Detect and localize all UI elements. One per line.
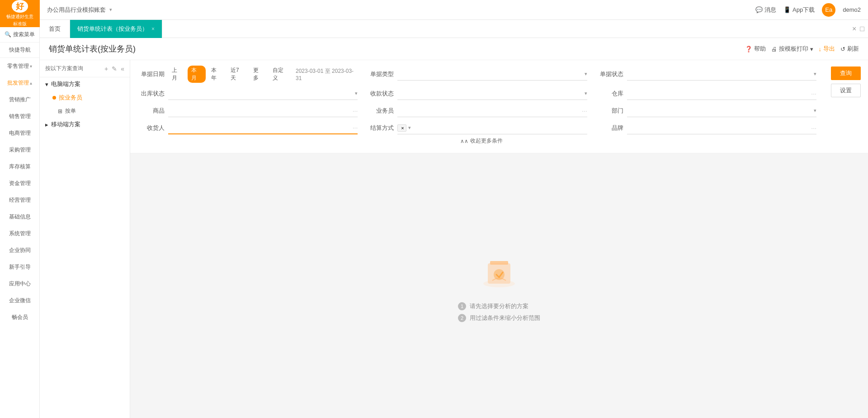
settlement-control[interactable]: × ▾ [397, 122, 587, 134]
status-control[interactable]: ▾ [627, 68, 816, 81]
message-icon: 💬 [755, 6, 763, 13]
help-label: 帮助 [754, 45, 766, 53]
add-scheme-icon[interactable]: + [104, 65, 108, 72]
app-download-label: App下载 [793, 6, 815, 14]
type-label: 单据类型 [367, 70, 394, 78]
tab-maximize-icon[interactable]: □ [860, 25, 864, 33]
help-button[interactable]: ❓ 帮助 [745, 45, 766, 53]
receiver-control[interactable]: ··· [168, 122, 358, 134]
sidebar-item-purchase[interactable]: 采购管理 [0, 142, 39, 158]
sidebar-item-wechat[interactable]: 企业微信 [0, 292, 39, 309]
sidebar-item-sales[interactable]: 销售管理 [0, 108, 39, 125]
export-button[interactable]: ↓ 导出 [819, 45, 835, 53]
sidebar-item-basic[interactable]: 基础信息 [0, 209, 39, 225]
status-label: 单据状态 [596, 70, 623, 78]
filter-status-cell: 单据状态 ▾ [596, 66, 826, 83]
date-btn-this-year[interactable]: 本年 [208, 66, 225, 83]
tabs-actions: × □ [852, 25, 868, 33]
date-btn-last-month[interactable]: 上月 [168, 66, 186, 83]
tree-desktop-label: 电脑端方案 [51, 80, 80, 88]
sidebar-item-member[interactable]: 畅会员 [0, 309, 39, 326]
sidebar-item-appcenter[interactable]: 应用中心 [0, 276, 39, 292]
logo-subtext: 标准版 [13, 21, 27, 27]
sidebar-item-quicknav[interactable]: 快捷导航 [0, 43, 39, 58]
payment-control[interactable]: ▾ [397, 87, 587, 100]
avatar[interactable]: Ea [822, 3, 835, 17]
type-dropdown-icon: ▾ [585, 71, 587, 77]
filter-row-1: 单据日期 上月 本月 本年 近7天 更多 自定义 2023-03-01 至 20… [137, 66, 826, 83]
tip1-text: 请先选择要分析的方案 [470, 302, 528, 310]
settings-button[interactable]: 设置 [831, 84, 861, 97]
sidebar-item-ecommerce-label: 电商管理 [9, 129, 31, 137]
sidebar-item-marketing[interactable]: 营销推广 [0, 91, 39, 108]
warehouse-control[interactable]: ··· [627, 87, 816, 100]
collapse-panel-icon[interactable]: « [121, 65, 124, 72]
tree-salesperson-item[interactable]: 按业务员 [40, 91, 130, 104]
svg-rect-2 [490, 261, 508, 265]
date-btn-7days[interactable]: 近7天 [227, 66, 248, 83]
left-panel-header: 按以下方案查询 + ✎ « [40, 60, 130, 77]
tab-active[interactable]: 销货单统计表（按业务员） × [70, 20, 162, 38]
sidebar-item-enterprise[interactable]: 企业协同 [0, 242, 39, 259]
sidebar-item-ecommerce[interactable]: 电商管理 [0, 125, 39, 142]
sidebar-item-appcenter-label: 应用中心 [9, 280, 31, 288]
type-control[interactable]: ▾ [397, 68, 587, 81]
edit-scheme-icon[interactable]: ✎ [112, 65, 117, 72]
tree-mobile-label: 移动端方案 [51, 120, 80, 128]
industry-name: 办公用品行业模拟账套 [47, 6, 106, 14]
tree-arrow-icon: ▾ [45, 81, 48, 88]
filter-warehouse-cell: 仓库 ··· [596, 87, 826, 100]
sidebar-item-marketing-label: 营销推广 [9, 96, 31, 104]
refresh-label: 刷新 [847, 45, 859, 53]
sidebar-item-finance[interactable]: 资金管理 [0, 175, 39, 192]
sidebar-item-wholesale[interactable]: 批发管理 ▴ [0, 75, 39, 91]
message-button[interactable]: 💬 消息 [755, 6, 776, 14]
date-label: 单据日期 [137, 70, 165, 78]
collapse-button[interactable]: ∧∧ 收起更多条件 [137, 134, 826, 147]
print-label: 按模板打印 [779, 45, 808, 53]
sidebar-item-search[interactable]: 🔍 搜索菜单 [0, 27, 39, 43]
sidebar-item-retail[interactable]: 零售管理 ▾ [0, 58, 39, 75]
department-control[interactable]: ▾ [627, 104, 816, 117]
refresh-button[interactable]: ↺ 刷新 [840, 45, 859, 53]
print-dropdown-icon[interactable]: ▾ [810, 46, 813, 52]
chevron-down-icon: ▾ [30, 64, 32, 69]
empty-state: 1 请先选择要分析的方案 2 用过滤条件来缩小分析范围 [458, 250, 540, 322]
sidebar-item-inventory-label: 库存核算 [9, 163, 31, 171]
tab-minimize-icon[interactable]: × [852, 25, 856, 33]
brand-control[interactable]: ··· [627, 122, 816, 134]
tab-close-icon[interactable]: × [151, 26, 155, 32]
product-dots-icon: ··· [353, 107, 358, 114]
ship-label: 出库状态 [137, 90, 165, 98]
sidebar-item-quicknav-label: 快捷导航 [9, 47, 31, 53]
sidebar-item-inventory[interactable]: 库存核算 [0, 158, 39, 175]
sidebar-item-newbie[interactable]: 新手引导 [0, 259, 39, 276]
date-btn-this-month[interactable]: 本月 [188, 66, 205, 83]
industry-dropdown-icon[interactable]: ▾ [109, 7, 112, 13]
tip2-num: 2 [458, 314, 466, 322]
main-area: 办公用品行业模拟账套 ▾ 💬 消息 📱 App下载 Ea demo2 首页 销货… [40, 0, 868, 418]
settlement-tag-close[interactable]: × [401, 125, 404, 131]
query-button[interactable]: 查询 [831, 66, 861, 80]
salesperson-control[interactable]: ··· [397, 104, 587, 117]
tree-salesperson-label: 按业务员 [59, 94, 82, 102]
sidebar-item-management[interactable]: 经营管理 [0, 192, 39, 209]
tree-order-item[interactable]: ⊞ 按单 [40, 104, 130, 118]
date-btn-more[interactable]: 更多 [250, 66, 267, 83]
product-control[interactable]: ··· [168, 104, 358, 117]
filter-ship-cell: 出库状态 ▾ [137, 87, 367, 100]
tree-mobile-group[interactable]: ▸ 移动端方案 [40, 118, 130, 131]
search-icon: 🔍 [5, 31, 11, 38]
ship-control[interactable]: ▾ [168, 87, 358, 100]
logo-text: 畅捷通好生意 [6, 14, 33, 20]
app-download-button[interactable]: 📱 App下载 [783, 6, 815, 14]
page-actions: ❓ 帮助 🖨 按模板打印 ▾ ↓ 导出 ↺ 刷新 [745, 45, 859, 53]
date-btn-custom[interactable]: 自定义 [269, 66, 292, 83]
tab-active-label: 销货单统计表（按业务员） [77, 25, 148, 33]
filter-date-cell: 单据日期 上月 本月 本年 近7天 更多 自定义 2023-03-01 至 20… [137, 66, 367, 83]
print-button[interactable]: 🖨 按模板打印 ▾ [771, 45, 813, 53]
sidebar-item-system[interactable]: 系统管理 [0, 225, 39, 242]
filter-brand-cell: 品牌 ··· [596, 122, 826, 134]
tree-desktop-group[interactable]: ▾ 电脑端方案 [40, 77, 130, 91]
tab-home[interactable]: 首页 [40, 20, 70, 38]
